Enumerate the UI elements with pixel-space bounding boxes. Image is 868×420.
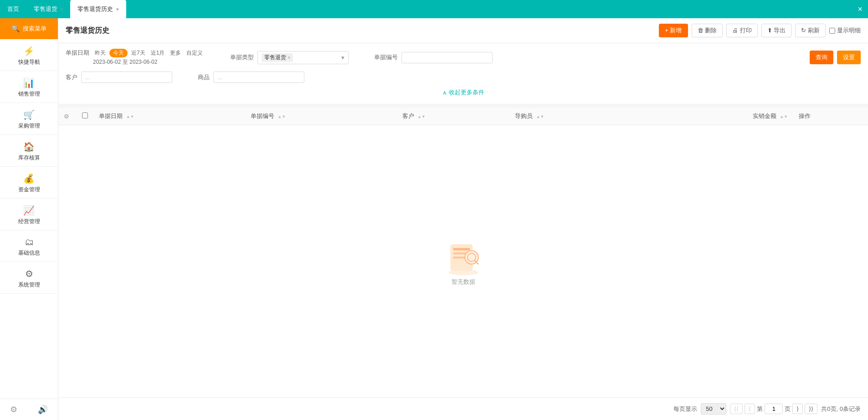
th-doc-num: 单据编号 ▲▼ bbox=[245, 108, 397, 125]
purchase-icon: 🛒 bbox=[23, 109, 35, 120]
sidebar-item-inventory[interactable]: 🏠 库存核算 bbox=[0, 135, 58, 167]
customer-filter-group: 客户 bbox=[66, 72, 172, 83]
sidebar-item-basic-info[interactable]: 🗂 基础信息 bbox=[0, 230, 58, 262]
filter-row-1: 单据日期 昨天 今天 近7天 近1月 更多 自定义 2023-06-02 至 2… bbox=[66, 49, 861, 66]
query-label: 查询 bbox=[816, 53, 827, 61]
doc-num-label: 单据编号 bbox=[374, 53, 398, 61]
new-button[interactable]: + 新增 bbox=[659, 24, 688, 37]
select-all-checkbox[interactable] bbox=[82, 113, 88, 118]
th-guide-label: 导购员 bbox=[515, 113, 533, 119]
empty-state: 暂无数据 bbox=[58, 125, 868, 397]
sidebar-item-quick-nav[interactable]: ⚡ 快捷导航 bbox=[0, 39, 58, 71]
doc-num-input[interactable] bbox=[401, 52, 493, 63]
sidebar-item-sales[interactable]: 📊 销售管理 bbox=[0, 71, 58, 103]
date-option-today[interactable]: 今天 bbox=[109, 49, 128, 57]
topbar-tabs: 首页 零售退货 × 零售退货历史 × bbox=[0, 0, 858, 18]
sidebar-item-purchase[interactable]: 🛒 采购管理 bbox=[0, 103, 58, 135]
pagination-last-button[interactable]: ⟩⟩ bbox=[805, 404, 817, 414]
filter-action-buttons: 查询 设置 bbox=[810, 51, 861, 64]
page-actions: + 新增 🗑 删除 🖨 打印 ⬆ 导出 ↻ 刷新 显示明细 bbox=[659, 24, 861, 43]
sidebar-item-purchase-label: 采购管理 bbox=[18, 122, 40, 130]
main-layout: 🔍 搜索菜单 ⚡ 快捷导航 📊 销售管理 🛒 采购管理 🏠 库存核算 💰 资金管… bbox=[0, 18, 868, 420]
tab-home[interactable]: 首页 bbox=[0, 0, 26, 18]
tab-retail-return-history-close[interactable]: × bbox=[116, 6, 118, 12]
customer-input[interactable] bbox=[81, 72, 172, 83]
system-icon: ⚙ bbox=[25, 268, 33, 279]
date-option-7days[interactable]: 近7天 bbox=[129, 49, 147, 57]
doc-type-label: 单据类型 bbox=[230, 53, 254, 61]
query-button[interactable]: 查询 bbox=[810, 51, 833, 64]
sidebar-item-system[interactable]: ⚙ 系统管理 bbox=[0, 262, 58, 294]
pagination: 每页显示 50 10 20 100 ⟨⟨ ⟨ 第 页 ⟩ ⟩⟩ 共0页, 0条记… bbox=[58, 397, 868, 420]
date-option-1month[interactable]: 近1月 bbox=[149, 49, 167, 57]
setting-label: 设置 bbox=[843, 53, 855, 61]
doc-type-filter-group: 单据类型 零售退货 × ▾ bbox=[230, 51, 349, 64]
th-doc-date: 单据日期 ▲▼ bbox=[93, 108, 245, 125]
table-settings-icon[interactable]: ⚙ bbox=[64, 113, 69, 120]
quick-nav-icon: ⚡ bbox=[23, 46, 35, 56]
content-area: 零售退货历史 + 新增 🗑 删除 🖨 打印 ⬆ 导出 ↻ 刷新 显示明细 bbox=[58, 18, 868, 420]
setting-button[interactable]: 设置 bbox=[837, 51, 861, 64]
volume-icon[interactable]: 🔊 bbox=[38, 405, 48, 415]
sidebar-item-business[interactable]: 📈 经营管理 bbox=[0, 199, 58, 230]
page-number-input[interactable] bbox=[765, 404, 783, 414]
goods-input[interactable] bbox=[213, 72, 304, 83]
show-detail-checkbox[interactable] bbox=[829, 28, 835, 34]
sidebar-item-inventory-label: 库存核算 bbox=[18, 154, 40, 162]
per-page-label: 每页显示 bbox=[673, 405, 697, 413]
tab-retail-return-history-label: 零售退货历史 bbox=[77, 5, 113, 13]
pagination-first-button[interactable]: ⟨⟨ bbox=[730, 404, 743, 414]
checkbox-col-header bbox=[77, 108, 93, 125]
doc-type-dropdown-icon: ▾ bbox=[341, 54, 344, 61]
per-page-select[interactable]: 50 10 20 100 bbox=[701, 403, 726, 415]
sort-doc-date-icon[interactable]: ▲▼ bbox=[126, 115, 134, 119]
sidebar-item-finance[interactable]: 💰 资金管理 bbox=[0, 167, 58, 199]
settings-col-header: ⚙ bbox=[58, 108, 77, 125]
pagination-next-button[interactable]: ⟩ bbox=[792, 404, 803, 414]
show-detail-label: 显示明细 bbox=[837, 26, 861, 35]
settings-bottom-icon[interactable]: ⚙ bbox=[10, 405, 17, 415]
delete-button[interactable]: 🗑 删除 bbox=[692, 24, 723, 37]
doc-num-filter-group: 单据编号 bbox=[374, 52, 493, 63]
print-button[interactable]: 🖨 打印 bbox=[726, 24, 758, 37]
sidebar-item-system-label: 系统管理 bbox=[18, 281, 40, 289]
pagination-nav: ⟨⟨ ⟨ 第 页 ⟩ ⟩⟩ bbox=[730, 404, 817, 414]
inventory-icon: 🏠 bbox=[23, 141, 35, 152]
show-detail-checkbox-label[interactable]: 显示明细 bbox=[829, 26, 861, 35]
sort-guide-icon[interactable]: ▲▼ bbox=[536, 115, 544, 119]
date-option-more[interactable]: 更多 bbox=[168, 49, 183, 57]
tab-retail-return-history[interactable]: 零售退货历史 × bbox=[70, 0, 126, 18]
doc-type-tag-close[interactable]: × bbox=[288, 55, 290, 60]
date-option-yesterday[interactable]: 昨天 bbox=[93, 49, 108, 57]
finance-icon: 💰 bbox=[23, 173, 35, 184]
page-header: 零售退货历史 + 新增 🗑 删除 🖨 打印 ⬆ 导出 ↻ 刷新 显示明细 bbox=[58, 18, 868, 43]
tab-retail-return-close[interactable]: × bbox=[60, 6, 63, 12]
sort-customer-icon[interactable]: ▲▼ bbox=[417, 115, 426, 119]
sidebar-search[interactable]: 🔍 搜索菜单 bbox=[0, 18, 58, 39]
date-filter-label: 单据日期 bbox=[66, 49, 89, 57]
pagination-prev-button[interactable]: ⟨ bbox=[745, 404, 755, 414]
refresh-button[interactable]: ↻ 刷新 bbox=[795, 24, 826, 37]
collapse-label: 收起更多条件 bbox=[449, 88, 484, 97]
sidebar-search-label: 搜索菜单 bbox=[23, 25, 46, 33]
export-button[interactable]: ⬆ 导出 bbox=[761, 24, 792, 37]
date-filter-group: 单据日期 昨天 今天 近7天 近1月 更多 自定义 2023-06-02 至 2… bbox=[66, 49, 205, 66]
sidebar-bottom: ⚙ 🔊 bbox=[0, 399, 58, 420]
sidebar: 🔍 搜索菜单 ⚡ 快捷导航 📊 销售管理 🛒 采购管理 🏠 库存核算 💰 资金管… bbox=[0, 18, 58, 420]
goods-filter-group: 商品 bbox=[198, 72, 304, 83]
page-title: 零售退货历史 bbox=[66, 26, 109, 41]
tab-retail-return[interactable]: 零售退货 × bbox=[26, 0, 70, 18]
sort-doc-num-icon[interactable]: ▲▼ bbox=[277, 115, 286, 119]
sort-amount-icon[interactable]: ▲▼ bbox=[780, 115, 788, 119]
date-option-buttons: 昨天 今天 近7天 近1月 更多 自定义 bbox=[93, 49, 205, 57]
th-amount-label: 实销金额 bbox=[753, 113, 776, 119]
date-option-custom[interactable]: 自定义 bbox=[185, 49, 205, 57]
sidebar-item-finance-label: 资金管理 bbox=[18, 186, 40, 194]
th-customer: 客户 ▲▼ bbox=[397, 108, 509, 125]
th-action-label: 操作 bbox=[799, 113, 811, 119]
doc-type-select[interactable]: 零售退货 × ▾ bbox=[257, 51, 349, 64]
tab-home-label: 首页 bbox=[7, 5, 19, 13]
topbar-close-button[interactable]: × bbox=[858, 5, 863, 14]
topbar: 首页 零售退货 × 零售退货历史 × × bbox=[0, 0, 868, 18]
collapse-button[interactable]: ∧ 收起更多条件 bbox=[442, 88, 484, 97]
